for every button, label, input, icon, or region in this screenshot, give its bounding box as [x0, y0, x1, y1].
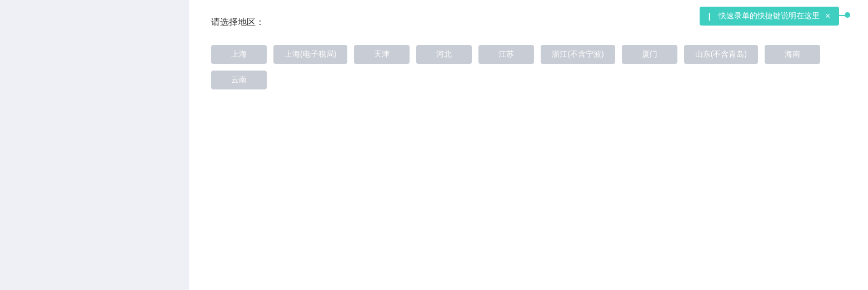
tooltip-banner: 快速录单的快捷键说明在这里 × — [700, 7, 839, 26]
left-sidebar — [0, 0, 189, 290]
region-button-4[interactable]: 江苏 — [478, 45, 534, 64]
region-buttons-container: 上海上海(电子税局)天津河北江苏浙江(不含宁波)厦门山东(不含青岛)海南云南 — [211, 45, 846, 89]
main-content: 请选择地区： 上海上海(电子税局)天津河北江苏浙江(不含宁波)厦门山东(不含青岛… — [189, 0, 868, 290]
region-button-7[interactable]: 山东(不含青岛) — [684, 45, 758, 64]
region-button-9[interactable]: 云南 — [211, 71, 267, 89]
tooltip-text: 快速录单的快捷键说明在这里 — [719, 11, 820, 21]
region-button-0[interactable]: 上海 — [211, 45, 267, 64]
region-button-5[interactable]: 浙江(不含宁波) — [541, 45, 615, 64]
region-button-2[interactable]: 天津 — [354, 45, 410, 64]
region-button-8[interactable]: 海南 — [765, 45, 820, 64]
region-button-3[interactable]: 河北 — [416, 45, 472, 64]
region-button-6[interactable]: 厦门 — [622, 45, 677, 64]
tooltip-dot — [845, 12, 850, 18]
tooltip-close-button[interactable]: × — [825, 12, 830, 21]
region-button-1[interactable]: 上海(电子税局) — [273, 45, 347, 64]
